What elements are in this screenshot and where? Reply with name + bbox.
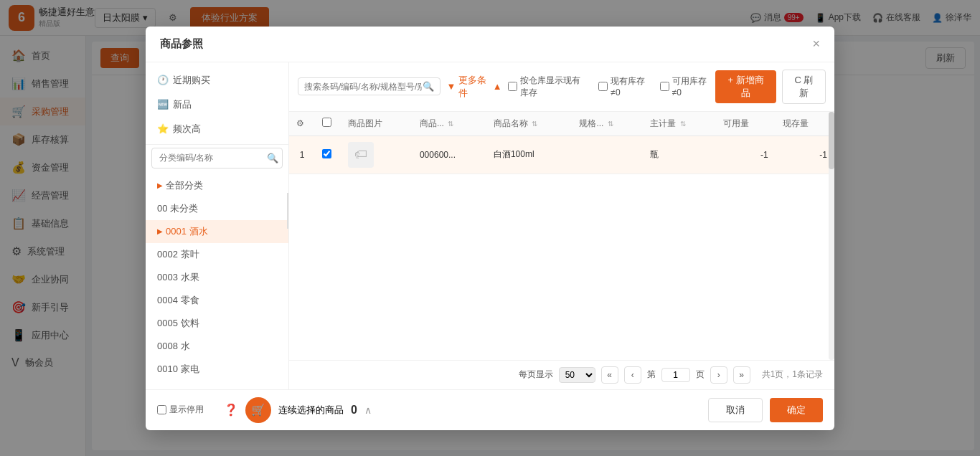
last-page-button[interactable]: »: [733, 366, 750, 384]
category-search: 🔍: [151, 148, 283, 168]
checkbox-warehouse-input[interactable]: [508, 82, 517, 91]
table-scrollbar[interactable]: [829, 112, 834, 360]
select-all-checkbox[interactable]: [322, 118, 331, 127]
scrollbar-thumb: [829, 112, 834, 169]
category-search-input[interactable]: [159, 153, 267, 163]
category-list: ▶ 全部分类 00 未分类 ▶ 0001 酒水 0002 茶叶 0003 水果: [146, 171, 288, 384]
row-select-checkbox[interactable]: [322, 149, 331, 158]
row-spec: [572, 136, 643, 174]
new-icon: 🆕: [157, 99, 169, 110]
star-icon: ⭐: [157, 123, 169, 134]
active-arrow-icon: ▶: [157, 227, 163, 235]
pagination-bar: 每页显示 50 100 « ‹ 第 页 › » 共1页，1条记录: [289, 360, 834, 389]
product-table: ⚙ 商品图片 商品... ⇅: [289, 112, 834, 174]
refresh-button[interactable]: C 刷新: [782, 70, 826, 104]
row-num: 1: [289, 136, 315, 174]
page-size-select[interactable]: 50 100: [559, 367, 595, 383]
table-row[interactable]: 1 🏷 000600... 白酒100ml 瓶: [289, 136, 834, 174]
filter-checkboxes: 按仓库显示现有库存 现有库存≠0 可用库存≠0: [508, 75, 710, 99]
checkbox-warehouse[interactable]: 按仓库显示现有库存: [508, 75, 588, 99]
checkbox-available-input[interactable]: [660, 82, 669, 91]
category-all[interactable]: ▶ 全部分类: [146, 174, 288, 197]
col-stock: 现存量: [776, 112, 834, 136]
show-disabled-input[interactable]: [157, 405, 166, 414]
row-checkbox: [315, 136, 341, 174]
category-0005[interactable]: 0005 饮料: [146, 312, 288, 335]
row-image: 🏷: [341, 136, 413, 174]
modal-header: 商品参照 ×: [146, 27, 834, 62]
category-0004[interactable]: 0004 零食: [146, 289, 288, 312]
col-name: 商品名称 ⇅: [486, 112, 573, 136]
col-settings: ⚙: [289, 112, 315, 136]
product-reference-modal: 商品参照 × 🕐 近期购买 🆕 新品 ⭐ 频次高: [146, 27, 834, 430]
product-search-input[interactable]: [304, 82, 423, 92]
sidebar-recent-purchase[interactable]: 🕐 近期购买: [146, 68, 288, 92]
category-0010[interactable]: 0010 家电: [146, 358, 288, 381]
modal-overlay: 商品参照 × 🕐 近期购买 🆕 新品 ⭐ 频次高: [0, 0, 980, 456]
row-code: 000600...: [413, 136, 486, 174]
show-disabled-checkbox[interactable]: 显示停用: [157, 404, 204, 416]
modal-search-bar: 🔍 ▼ 更多条件 ▲ 按仓库显示现有库存 现: [289, 62, 834, 112]
sidebar-new-products[interactable]: 🆕 新品: [146, 92, 288, 117]
filter-button[interactable]: ▼ 更多条件 ▲: [446, 74, 501, 100]
col-code: 商品... ⇅: [413, 112, 486, 136]
col-image: 商品图片: [341, 112, 413, 136]
checkbox-available-ne0[interactable]: 可用库存≠0: [660, 75, 710, 98]
filter-icon: ▼: [446, 81, 456, 92]
sidebar-frequent[interactable]: ⭐ 频次高: [146, 117, 288, 141]
cart-icon: 🛒: [245, 397, 271, 423]
row-unit: 瓶: [643, 136, 716, 174]
category-0001[interactable]: ▶ 0001 酒水: [146, 220, 288, 243]
sidebar-divider: [146, 144, 288, 145]
modal-main: 🔍 ▼ 更多条件 ▲ 按仓库显示现有库存 现: [289, 62, 834, 389]
category-0003[interactable]: 0003 水果: [146, 266, 288, 289]
checkbox-stock-input[interactable]: [598, 82, 608, 91]
col-select-all: [315, 112, 341, 136]
page-number-input[interactable]: [661, 368, 690, 382]
footer-actions: 取消 确定: [708, 398, 823, 422]
modal-body: 🕐 近期购买 🆕 新品 ⭐ 频次高 ◀: [146, 62, 834, 389]
new-product-button[interactable]: + 新增商品: [715, 70, 776, 103]
row-name: 白酒100ml: [486, 136, 573, 174]
sort-icon: ⇅: [448, 120, 453, 128]
first-page-button[interactable]: «: [601, 366, 618, 384]
col-spec: 规格... ⇅: [572, 112, 643, 136]
sort-icon: ⇅: [680, 120, 686, 128]
sort-icon: ⇅: [608, 120, 613, 128]
arrow-icon: ▶: [157, 181, 163, 189]
prev-page-button[interactable]: ‹: [624, 366, 641, 384]
sort-icon: ⇅: [532, 120, 537, 128]
chevron-up-icon[interactable]: ∧: [364, 404, 372, 416]
row-stock: -1: [776, 136, 834, 174]
next-page-button[interactable]: ›: [710, 366, 727, 384]
checkbox-stock-ne0[interactable]: 现有库存≠0: [598, 75, 648, 98]
modal-footer: 显示停用 ❓ 🛒 连续选择的商品 0 ∧ 取消 确定: [146, 389, 834, 430]
modal-close-button[interactable]: ×: [812, 37, 820, 52]
search-icon: 🔍: [267, 153, 278, 163]
search-input-wrap: 🔍: [298, 77, 440, 95]
col-available: 可用量: [716, 112, 775, 136]
help-icon: ❓: [224, 403, 238, 417]
cancel-button[interactable]: 取消: [708, 398, 763, 422]
category-0002[interactable]: 0002 茶叶: [146, 243, 288, 266]
clock-icon: 🕐: [157, 75, 169, 85]
modal-sidebar: 🕐 近期购买 🆕 新品 ⭐ 频次高 ◀: [146, 62, 289, 389]
col-unit: 主计量 ⇅: [643, 112, 716, 136]
category-0008[interactable]: 0008 水: [146, 335, 288, 358]
filter-collapse-icon: ▲: [493, 81, 502, 92]
modal-title: 商品参照: [160, 37, 203, 51]
product-image: 🏷: [348, 142, 374, 168]
product-table-wrap: ⚙ 商品图片 商品... ⇅: [289, 112, 834, 360]
search-icon: 🔍: [423, 81, 434, 92]
confirm-button[interactable]: 确定: [770, 398, 823, 422]
category-00[interactable]: 00 未分类: [146, 197, 288, 220]
row-available: -1: [716, 136, 775, 174]
selected-count: 0: [351, 404, 357, 417]
